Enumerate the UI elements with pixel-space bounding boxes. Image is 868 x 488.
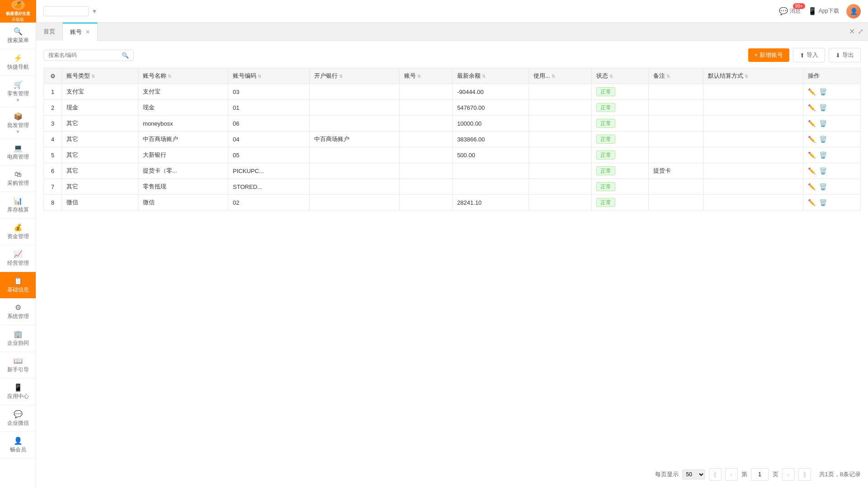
edit-icon[interactable]: ✏️: [808, 151, 816, 159]
topbar-search-input[interactable]: [43, 6, 89, 16]
per-page-select[interactable]: 10 20 50 100: [682, 469, 705, 479]
account-search-icon[interactable]: 🔍: [122, 52, 129, 59]
th-name-sort[interactable]: 账号名称 ⇅: [143, 72, 223, 80]
system-icon: ⚙: [2, 303, 34, 312]
page-next-button[interactable]: ›: [782, 468, 795, 481]
operations-icon: 📈: [2, 250, 34, 258]
th-balance-sort[interactable]: 最新余额 ⇅: [457, 72, 524, 80]
th-usage-sort-icon: ⇅: [552, 74, 555, 79]
tab-home[interactable]: 首页: [36, 23, 63, 41]
row-usage: [529, 116, 591, 131]
th-actions: 操作: [803, 68, 861, 84]
th-code-sort[interactable]: 账号编码 ⇅: [233, 72, 305, 80]
export-label: 导出: [842, 51, 854, 59]
th-note-sort[interactable]: 备注 ⇅: [653, 72, 698, 80]
delete-icon[interactable]: 🗑️: [819, 199, 827, 206]
sidebar-item-search[interactable]: 🔍 搜索菜单: [0, 23, 36, 49]
app-logo: 🍊 畅捷通好生意 乐版版: [0, 0, 36, 23]
th-default-payment: 默认结算方式 ⇅: [703, 68, 803, 84]
export-button[interactable]: ⬇ 导出: [829, 48, 861, 62]
row-type: 支付宝: [62, 84, 138, 100]
edit-icon[interactable]: ✏️: [808, 183, 816, 190]
sidebar-item-inventory[interactable]: 📊 库存核算: [0, 192, 36, 219]
row-actions: ✏️ 🗑️: [803, 163, 861, 179]
sidebar-item-basic[interactable]: 📋 基础信息: [0, 272, 36, 299]
edit-icon[interactable]: ✏️: [808, 199, 816, 206]
message-button[interactable]: 💬 消息 99+: [779, 7, 801, 15]
sidebar-item-retail-label: 零售管理: [2, 90, 34, 98]
row-bank: [310, 84, 400, 100]
sidebar-item-apps[interactable]: 📱 应用中心: [0, 379, 36, 405]
tab-close-icon[interactable]: ✕: [849, 27, 855, 36]
sidebar-item-purchase[interactable]: 🛍 采购管理: [0, 166, 36, 192]
delete-icon[interactable]: 🗑️: [819, 136, 827, 143]
page-prev-button[interactable]: ‹: [725, 468, 738, 481]
status-badge: 正常: [596, 103, 615, 112]
delete-icon[interactable]: 🗑️: [819, 167, 827, 174]
sidebar-item-wholesale[interactable]: 📦 批发管理 ▼: [0, 108, 36, 139]
sidebar-item-search-label: 搜索菜单: [2, 37, 34, 44]
tab-account[interactable]: 账号 ✕: [63, 23, 98, 41]
account-search-input[interactable]: [48, 52, 119, 58]
row-type: 现金: [62, 100, 138, 116]
sidebar-item-retail[interactable]: 🛒 零售管理 ▼: [0, 76, 36, 108]
tab-expand-icon[interactable]: ⤢: [858, 27, 863, 36]
row-type: 其它: [62, 163, 138, 179]
retail-icon: 🛒: [2, 80, 34, 89]
sidebar-item-system[interactable]: ⚙ 系统管理: [0, 299, 36, 325]
sidebar-item-guide[interactable]: 📖 新手引导: [0, 352, 36, 379]
inventory-icon: 📊: [2, 197, 34, 205]
row-actions: ✏️ 🗑️: [803, 195, 861, 211]
th-note-label: 备注: [653, 72, 665, 80]
edit-icon[interactable]: ✏️: [808, 120, 816, 127]
import-button[interactable]: ⬆ 导入: [793, 48, 825, 62]
sidebar-item-purchase-label: 采购管理: [2, 179, 34, 187]
topbar-search-icon[interactable]: ▼: [91, 8, 98, 15]
th-bank: 开户银行 ⇅: [310, 68, 400, 84]
th-type-sort[interactable]: 账号类型 ⇅: [66, 72, 133, 80]
row-actions: ✏️ 🗑️: [803, 147, 861, 163]
edit-icon[interactable]: ✏️: [808, 88, 816, 95]
page-first-button[interactable]: ⟪: [709, 468, 722, 481]
wholesale-chevron-icon: ▼: [2, 129, 34, 134]
page-input[interactable]: [751, 468, 769, 481]
app-download-button[interactable]: 📱 App下载: [808, 7, 839, 15]
sidebar-item-operations[interactable]: 📈 经营管理: [0, 245, 36, 272]
sidebar-item-quick[interactable]: ⚡ 快捷导航: [0, 49, 36, 76]
tab-account-close[interactable]: ✕: [85, 29, 90, 35]
th-status-sort[interactable]: 状态 ⇅: [596, 72, 644, 80]
sidebar-item-wechat[interactable]: 💬 企业微信: [0, 405, 36, 432]
delete-icon[interactable]: 🗑️: [819, 120, 827, 127]
row-code: STORED...: [228, 179, 310, 195]
th-bank-sort[interactable]: 开户银行 ⇅: [314, 72, 395, 80]
status-badge: 正常: [596, 182, 615, 191]
add-account-button[interactable]: + 新增账号: [748, 48, 789, 62]
delete-icon[interactable]: 🗑️: [819, 151, 827, 159]
finance-icon: 💰: [2, 223, 34, 232]
th-account-sort[interactable]: 账号 ⇅: [404, 72, 448, 80]
user-avatar[interactable]: 👤: [846, 4, 861, 19]
delete-icon[interactable]: 🗑️: [819, 104, 827, 111]
sidebar-item-ecommerce[interactable]: 💻 电商管理: [0, 139, 36, 166]
th-code: 账号编码 ⇅: [228, 68, 310, 84]
row-default-payment: [703, 100, 803, 116]
edit-icon[interactable]: ✏️: [808, 104, 816, 111]
delete-icon[interactable]: 🗑️: [819, 183, 827, 190]
th-status: 状态 ⇅: [591, 68, 649, 84]
edit-icon[interactable]: ✏️: [808, 136, 816, 143]
row-note: [649, 100, 703, 116]
page-last-button[interactable]: ⟫: [798, 468, 811, 481]
edit-icon[interactable]: ✏️: [808, 167, 816, 174]
sidebar-item-member[interactable]: 👤 畅会员: [0, 432, 36, 459]
settings-icon[interactable]: ⚙: [50, 73, 56, 80]
delete-icon[interactable]: 🗑️: [819, 88, 827, 95]
sidebar-item-finance[interactable]: 💰 资金管理: [0, 219, 36, 245]
th-account-label: 账号: [404, 72, 416, 80]
version-text: 乐版版: [12, 17, 24, 23]
row-actions: ✏️ 🗑️: [803, 100, 861, 116]
row-bank: [310, 179, 400, 195]
row-status: 正常: [591, 163, 649, 179]
sidebar-item-enterprise[interactable]: 🏢 企业协同: [0, 325, 36, 352]
th-usage-sort[interactable]: 使用... ⇅: [533, 72, 586, 80]
th-payment-sort[interactable]: 默认结算方式 ⇅: [708, 72, 798, 80]
